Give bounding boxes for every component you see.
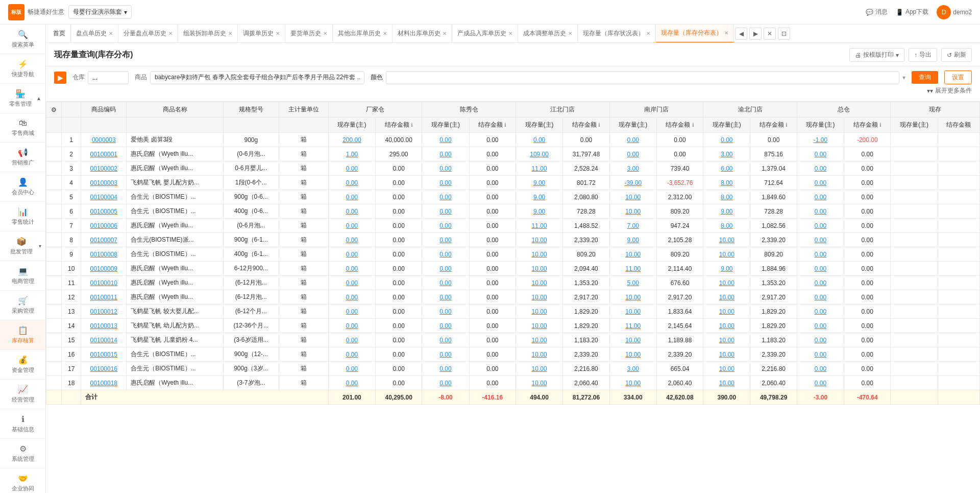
row-factory-stock[interactable]: 0.00 (328, 190, 375, 204)
tab-home[interactable]: 首页 (48, 25, 71, 43)
row-yubei-stock[interactable]: 10.00 (703, 376, 750, 390)
tab-inventory-count[interactable]: 盘点单历史 ✕ (71, 25, 118, 43)
row-total-stock[interactable]: 0.00 (797, 333, 844, 347)
row-code[interactable]: 00100015 (81, 347, 127, 362)
row-jiangbei-stock[interactable]: 10.00 (516, 304, 563, 319)
row-yubei-stock[interactable]: 10.00 (703, 362, 750, 376)
row-chen-stock[interactable]: 0.00 (422, 161, 469, 176)
sidebar-item-operation[interactable]: 📈 经营管理 (0, 380, 45, 409)
sidebar-item-retail-stats[interactable]: 📊 零售统计 (0, 202, 45, 231)
row-total-stock[interactable]: 0.00 (797, 147, 844, 161)
row-yubei-stock[interactable]: 10.00 (703, 319, 750, 333)
row-nanan-stock[interactable]: 10.00 (609, 290, 656, 304)
row-nanan-stock[interactable]: 0.00 (609, 147, 656, 161)
row-code[interactable]: 00100018 (81, 376, 127, 390)
search-btn[interactable]: 查询 (912, 71, 938, 84)
row-jiangbei-stock[interactable]: 10.00 (516, 333, 563, 347)
row-factory-stock[interactable]: 1.00 (328, 147, 375, 161)
row-nanan-stock[interactable]: 11.00 (609, 262, 656, 276)
row-chen-stock[interactable]: 0.00 (422, 276, 469, 290)
message-btn[interactable]: 💬 消息 (866, 8, 888, 16)
row-yubei-stock[interactable]: 9.00 (703, 204, 750, 219)
row-chen-stock[interactable]: 0.00 (422, 290, 469, 304)
tab-close-icon[interactable]: ✕ (168, 31, 173, 36)
tab-close-all-btn[interactable]: ✕ (764, 28, 776, 40)
tab-material-out[interactable]: 材料出库单历史 ✕ (393, 25, 452, 43)
row-nanan-stock[interactable]: 10.00 (609, 190, 656, 204)
row-factory-stock[interactable]: 0.00 (328, 247, 375, 262)
row-yubei-stock[interactable]: 10.00 (703, 276, 750, 290)
row-code[interactable]: 00100007 (81, 233, 127, 247)
row-jiangbei-stock[interactable]: 10.00 (516, 347, 563, 362)
row-factory-stock[interactable]: 200.00 (328, 133, 375, 147)
row-nanan-stock[interactable]: 7.00 (609, 219, 656, 233)
tab-transfer[interactable]: 调拨单历史 ✕ (238, 25, 285, 43)
row-jiangbei-stock[interactable]: 10.00 (516, 247, 563, 262)
tab-order[interactable]: 要货单历史 ✕ (285, 25, 333, 43)
sidebar-item-mall[interactable]: 🛍 零售商城 (0, 113, 45, 143)
refresh-btn[interactable]: ↺ 刷新 (941, 48, 972, 62)
row-code[interactable]: 0000003 (81, 133, 127, 147)
row-code[interactable]: 00100005 (81, 204, 127, 219)
row-factory-stock[interactable]: 0.00 (328, 362, 375, 376)
row-jiangbei-stock[interactable]: 10.00 (516, 319, 563, 333)
sidebar-item-purchase[interactable]: 🛒 采购管理 (0, 291, 45, 320)
sidebar-item-retail[interactable]: 🏪 零售管理 ▲ (0, 84, 45, 113)
expand-more-btn[interactable]: ▾▾ 展开更多条件 (927, 86, 972, 95)
sidebar-item-member[interactable]: 👤 会员中心 (0, 172, 45, 202)
row-total-stock[interactable]: 0.00 (797, 276, 844, 290)
row-code[interactable]: 00100011 (81, 290, 127, 304)
row-code[interactable]: 00100013 (81, 319, 127, 333)
tab-cost-adjust[interactable]: 成本调整单历史 ✕ (518, 25, 578, 43)
row-total-stock[interactable]: 0.00 (797, 304, 844, 319)
row-chen-stock[interactable]: 0.00 (422, 190, 469, 204)
row-factory-stock[interactable]: 0.00 (328, 204, 375, 219)
row-nanan-stock[interactable]: 11.00 (609, 319, 656, 333)
row-nanan-stock[interactable]: 10.00 (609, 333, 656, 347)
sidebar-item-inventory[interactable]: 📋 库存核算 (0, 320, 45, 350)
user-profile[interactable]: D demo2 (937, 5, 972, 19)
row-total-stock[interactable]: 0.00 (797, 233, 844, 247)
tab-close-icon[interactable]: ✕ (724, 30, 728, 36)
sidebar-item-marketing[interactable]: 📢 营销推广 (0, 143, 45, 172)
row-factory-stock[interactable]: 0.00 (328, 376, 375, 390)
row-factory-stock[interactable]: 0.00 (328, 347, 375, 362)
tab-stock-distribution[interactable]: 现存量（库存分布表） ✕ (656, 25, 734, 43)
row-jiangbei-stock[interactable]: 9.00 (516, 204, 563, 219)
row-jiangbei-stock[interactable]: 9.00 (516, 176, 563, 190)
row-chen-stock[interactable]: 0.00 (422, 133, 469, 147)
row-yubei-stock[interactable]: 10.00 (703, 333, 750, 347)
tab-close-icon[interactable]: ✕ (568, 31, 572, 36)
row-nanan-stock[interactable]: 3.00 (609, 362, 656, 376)
row-yubei-stock[interactable]: 8.00 (703, 190, 750, 204)
row-total-stock[interactable]: 0.00 (797, 176, 844, 190)
tab-close-icon[interactable]: ✕ (323, 31, 327, 36)
row-total-stock[interactable]: 0.00 (797, 247, 844, 262)
row-yubei-stock[interactable]: 10.00 (703, 247, 750, 262)
app-download-btn[interactable]: 📱 App下载 (896, 8, 928, 16)
row-nanan-stock[interactable]: 10.00 (609, 247, 656, 262)
row-chen-stock[interactable]: 0.00 (422, 147, 469, 161)
row-yubei-stock[interactable]: 8.00 (703, 176, 750, 190)
color-input[interactable] (386, 71, 899, 84)
tab-close-icon[interactable]: ✕ (646, 31, 650, 36)
row-jiangbei-stock[interactable]: 9.00 (516, 190, 563, 204)
search-expand-btn[interactable]: ▶ (54, 72, 66, 84)
row-yubei-stock[interactable]: 0.00 (703, 133, 750, 147)
row-code[interactable]: 00100002 (81, 161, 127, 176)
warehouse-input[interactable] (88, 71, 129, 84)
row-jiangbei-stock[interactable]: 11.00 (516, 219, 563, 233)
tab-other-out[interactable]: 其他出库单历史 ✕ (333, 25, 393, 43)
row-factory-stock[interactable]: 0.00 (328, 219, 375, 233)
row-chen-stock[interactable]: 0.00 (422, 176, 469, 190)
row-nanan-stock[interactable]: 0.00 (609, 133, 656, 147)
row-code[interactable]: 00100016 (81, 362, 127, 376)
row-total-stock[interactable]: 0.00 (797, 290, 844, 304)
row-jiangbei-stock[interactable]: 10.00 (516, 233, 563, 247)
sidebar-item-nav[interactable]: ⚡ 快捷导航 (0, 54, 45, 84)
industry-select[interactable]: 母婴行业演示陈套 ▾ (68, 5, 132, 19)
row-code[interactable]: 00100012 (81, 304, 127, 319)
row-factory-stock[interactable]: 0.00 (328, 290, 375, 304)
row-yubei-stock[interactable]: 10.00 (703, 347, 750, 362)
row-jiangbei-stock[interactable]: 0.00 (516, 133, 563, 147)
